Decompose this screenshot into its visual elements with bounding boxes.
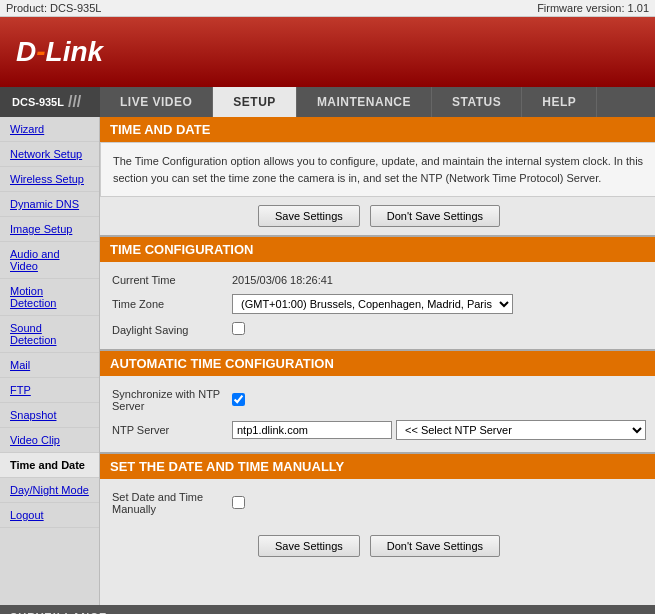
current-time-label: Current Time	[112, 274, 232, 286]
bottom-button-row: Save Settings Don't Save Settings	[100, 527, 655, 565]
nav-live-video[interactable]: LIVE VIDEO	[100, 87, 213, 117]
sidebar: Wizard Network Setup Wireless Setup Dyna…	[0, 117, 100, 605]
nav-brand: DCS-935L ///	[0, 87, 100, 117]
save-settings-button-top[interactable]: Save Settings	[258, 205, 360, 227]
manual-date-checkbox[interactable]	[232, 496, 245, 509]
manual-title: SET THE DATE AND TIME MANUALLY	[100, 454, 655, 479]
sidebar-item-motion-detection[interactable]: Motion Detection	[0, 279, 99, 316]
nav-help[interactable]: HELP	[522, 87, 597, 117]
sidebar-item-sound-detection[interactable]: Sound Detection	[0, 316, 99, 353]
sidebar-item-audio-and-video[interactable]: Audio and Video	[0, 242, 99, 279]
auto-time-table: Synchronize with NTP Server NTP Server <…	[100, 376, 655, 452]
dont-save-settings-button-top[interactable]: Don't Save Settings	[370, 205, 500, 227]
save-settings-button-bottom[interactable]: Save Settings	[258, 535, 360, 557]
sidebar-item-wireless-setup[interactable]: Wireless Setup	[0, 167, 99, 192]
main-section-title: TIME AND DATE	[100, 117, 655, 142]
nav-setup[interactable]: SETUP	[213, 87, 297, 117]
sidebar-item-snapshot[interactable]: Snapshot	[0, 403, 99, 428]
sidebar-item-day-night-mode[interactable]: Day/Night Mode	[0, 478, 99, 503]
daylight-saving-checkbox[interactable]	[232, 322, 245, 335]
sidebar-item-wizard[interactable]: Wizard	[0, 117, 99, 142]
sidebar-item-time-and-date[interactable]: Time and Date	[0, 453, 99, 478]
ntp-server-select[interactable]: << Select NTP Server	[396, 420, 646, 440]
bottom-bar: SURVEILLANCE	[0, 605, 655, 614]
sync-ntp-checkbox[interactable]	[232, 393, 245, 406]
nav-status[interactable]: STATUS	[432, 87, 522, 117]
sidebar-item-network-setup[interactable]: Network Setup	[0, 142, 99, 167]
sidebar-item-ftp[interactable]: FTP	[0, 378, 99, 403]
manual-table: Set Date and Time Manually	[100, 479, 655, 527]
firmware-label: Firmware version: 1.01	[537, 2, 649, 14]
sidebar-item-dynamic-dns[interactable]: Dynamic DNS	[0, 192, 99, 217]
time-zone-label: Time Zone	[112, 298, 232, 310]
sidebar-item-image-setup[interactable]: Image Setup	[0, 217, 99, 242]
nav-maintenance[interactable]: MAINTENANCE	[297, 87, 432, 117]
manual-date-label: Set Date and Time Manually	[112, 491, 232, 515]
time-config-table: Current Time 2015/03/06 18:26:41 Time Zo…	[100, 262, 655, 349]
sidebar-item-video-clip[interactable]: Video Clip	[0, 428, 99, 453]
auto-time-title: AUTOMATIC TIME CONFIGURATION	[100, 351, 655, 376]
sidebar-item-logout[interactable]: Logout	[0, 503, 99, 528]
ntp-server-label: NTP Server	[112, 424, 232, 436]
info-box: The Time Configuration option allows you…	[100, 142, 655, 197]
time-config-title: TIME CONFIGURATION	[100, 237, 655, 262]
product-label: Product: DCS-935L	[6, 2, 101, 14]
daylight-label: Daylight Saving	[112, 324, 232, 336]
logo: D-Link	[16, 36, 103, 68]
sidebar-item-mail[interactable]: Mail	[0, 353, 99, 378]
ntp-server-input[interactable]	[232, 421, 392, 439]
time-zone-select[interactable]: (GMT+01:00) Brussels, Copenhagen, Madrid…	[232, 294, 513, 314]
sync-ntp-label: Synchronize with NTP Server	[112, 388, 232, 412]
current-time-value: 2015/03/06 18:26:41	[232, 274, 646, 286]
top-button-row: Save Settings Don't Save Settings	[100, 197, 655, 235]
dont-save-settings-button-bottom[interactable]: Don't Save Settings	[370, 535, 500, 557]
